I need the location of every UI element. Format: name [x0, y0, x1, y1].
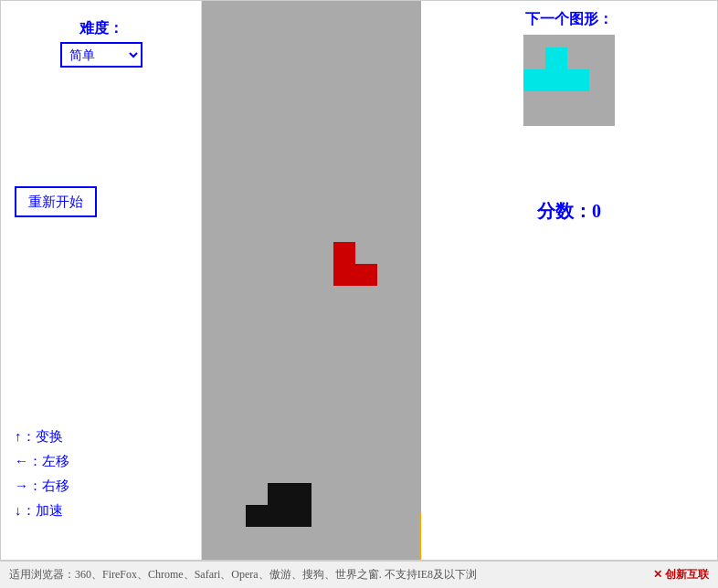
score-section: 分数：0 [537, 199, 601, 224]
right-panel: 下一个图形： 分数：0 [421, 1, 717, 560]
game-board-container [202, 1, 421, 560]
next-block [545, 69, 567, 91]
control-right: →：右移 [15, 474, 187, 499]
bottom-block [268, 483, 290, 505]
bottom-block [290, 483, 311, 505]
bottom-block [290, 505, 311, 527]
next-shape-label: 下一个图形： [525, 10, 613, 29]
score-text: 分数：0 [537, 201, 601, 221]
footer-text: 适用浏览器：360、FireFox、Chrome、Safari、Opera、傲游… [9, 567, 646, 583]
bottom-block [268, 505, 290, 527]
current-block [333, 264, 355, 286]
next-block [545, 47, 567, 69]
current-block [333, 242, 355, 264]
bottom-block [246, 505, 268, 527]
control-left: ←：左移 [15, 449, 187, 474]
footer-logo: ✕ 创新互联 [653, 567, 709, 583]
game-canvas [202, 1, 421, 512]
next-block [567, 69, 589, 91]
difficulty-section: 难度： 简单 中等 困难 [15, 19, 187, 68]
difficulty-select[interactable]: 简单 中等 困难 [60, 42, 143, 68]
difficulty-label: 难度： [15, 19, 187, 38]
game-area: 难度： 简单 中等 困难 重新开始 ↑：变换 ←：左移 →：右移 ↓：加速 [0, 0, 718, 561]
footer: 适用浏览器：360、FireFox、Chrome、Safari、Opera、傲游… [0, 561, 718, 588]
control-up: ↑：变换 [15, 425, 187, 449]
next-block [523, 69, 545, 91]
main-container: 难度： 简单 中等 困难 重新开始 ↑：变换 ←：左移 →：右移 ↓：加速 [0, 0, 718, 588]
next-shape-box [523, 35, 615, 126]
control-down: ↓：加速 [15, 499, 187, 523]
restart-button[interactable]: 重新开始 [15, 186, 97, 217]
left-panel: 难度： 简单 中等 困难 重新开始 ↑：变换 ←：左移 →：右移 ↓：加速 [1, 1, 202, 560]
controls-section: ↑：变换 ←：左移 →：右移 ↓：加速 [15, 425, 187, 523]
current-block [355, 264, 377, 286]
